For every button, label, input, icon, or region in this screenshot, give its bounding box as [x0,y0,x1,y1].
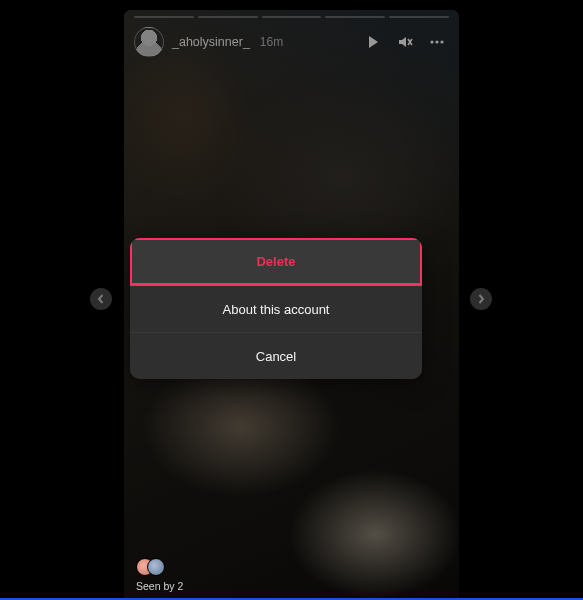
delete-button[interactable]: Delete [130,238,422,285]
cancel-button[interactable]: Cancel [130,332,422,379]
seen-by-avatar [147,558,165,576]
story-footer: Seen by 2 [136,558,183,592]
next-story-button[interactable] [470,288,492,310]
chevron-left-icon [96,294,106,304]
prev-story-button[interactable] [90,288,112,310]
story-action-sheet: Delete About this account Cancel [130,238,422,379]
chevron-right-icon [476,294,486,304]
seen-by-label[interactable]: Seen by 2 [136,580,183,592]
seen-by-avatars[interactable] [136,558,183,576]
about-account-button[interactable]: About this account [130,285,422,332]
